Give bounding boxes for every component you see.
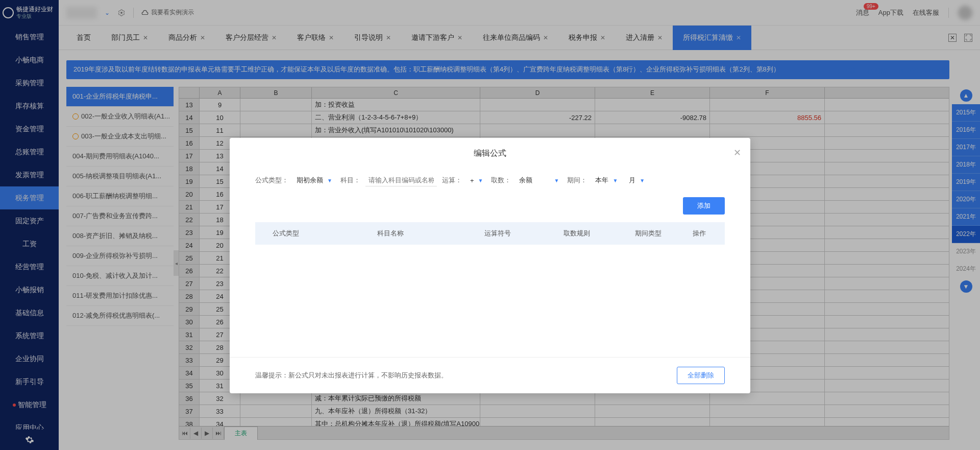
formula-type-select[interactable]: 期初余额▼ [293, 174, 335, 187]
edit-formula-modal: 编辑公式 ✕ 公式类型： 期初余额▼ 科目： 运算： +▼ 取数： 余额▼ 期间… [230, 138, 750, 393]
period-year-select[interactable]: 本年▼ [592, 174, 621, 187]
period-month-select[interactable]: 月▼ [626, 174, 648, 187]
modal-close-icon[interactable]: ✕ [733, 147, 741, 158]
operator-select[interactable]: +▼ [467, 175, 486, 186]
add-button[interactable]: 添加 [683, 197, 725, 215]
modal-tip: 温馨提示：新公式只对未出报表进行计算，不影响历史报表数据。 [255, 371, 448, 380]
formula-table-body [255, 245, 725, 347]
modal-header: 编辑公式 ✕ [230, 138, 750, 169]
fetch-select[interactable]: 余额▼ [516, 174, 562, 187]
modal-footer: 温馨提示：新公式只对未出报表进行计算，不影响历史报表数据。 全部删除 [230, 357, 750, 393]
formula-form: 公式类型： 期初余额▼ 科目： 运算： +▼ 取数： 余额▼ 期间： 本年▼ 月… [255, 174, 725, 187]
modal-title: 编辑公式 [474, 148, 506, 159]
formula-table-header: 公式类型 科目名称 运算符号 取数规则 期间类型 操作 [255, 222, 725, 245]
subject-input[interactable] [365, 174, 437, 186]
delete-all-button[interactable]: 全部删除 [677, 367, 725, 384]
